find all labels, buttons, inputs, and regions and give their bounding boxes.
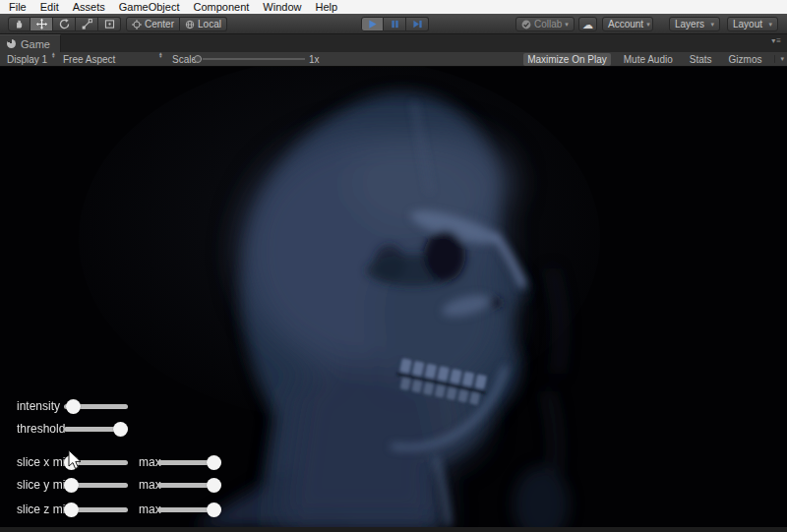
game-tab[interactable]: Game [0,34,61,52]
step-icon [412,19,423,30]
stats-toggle[interactable]: Stats [686,53,716,66]
move-tool-button[interactable] [30,17,53,31]
menu-component[interactable]: Component [186,0,256,14]
intensity-label: intensity [17,399,60,413]
playmode-controls [361,17,429,31]
intensity-slider-knob[interactable] [66,399,81,414]
rotate-icon [58,18,71,30]
layers-caret-icon: ▾ [710,21,714,29]
play-button[interactable] [361,17,384,31]
pivot-toggle-button[interactable]: Center [126,17,180,31]
account-label: Account [608,19,643,30]
menu-window[interactable]: Window [256,0,308,14]
panel-tab-bar: Game ▾≡ [0,34,787,52]
pause-button[interactable] [384,17,406,31]
slice-y-min-slider-knob[interactable] [64,478,79,493]
slice-z-max-slider-knob[interactable] [207,502,221,517]
layers-dropdown[interactable]: Layers ▾ [669,17,720,31]
tri-down-icon: ▼ [158,55,163,58]
globe-icon [185,20,195,30]
rotation-toggle-button[interactable]: Local [180,17,227,31]
menu-assets[interactable]: Assets [66,0,112,14]
threshold-slider-knob[interactable] [113,422,128,437]
menubar: FileEditAssetsGameObjectComponentWindowH… [0,0,787,14]
mouse-cursor-icon [68,449,84,471]
collab-group: Collab ▾ [515,17,575,31]
display-dropdown[interactable]: Display 1 [7,52,47,66]
play-icon [367,19,378,30]
slider-row-slice-z-min: slice z minmax [0,501,256,518]
tri-down-icon: ▼ [51,55,56,58]
scale-icon [81,18,93,30]
slice-y-max-slider-knob[interactable] [207,478,221,493]
display-dropdown-icon[interactable]: ▲ ▼ [51,52,56,66]
window-bottom-edge [0,527,787,532]
step-button[interactable] [406,17,429,31]
hand-tool-button[interactable] [8,17,30,31]
scale-value: 1x [309,52,320,66]
slice-x-max-slider-knob[interactable] [207,455,221,470]
cloud-icon: ☁ [582,20,593,30]
account-group: Account ▾ [602,17,653,31]
pivot-label: Center [145,19,174,30]
game-tab-icon [7,39,16,48]
menu-edit[interactable]: Edit [33,0,66,14]
pivot-rotation-group: Center Local [126,17,227,31]
hand-icon [13,18,26,30]
aspect-dropdown-icon[interactable]: ▲ ▼ [158,52,163,66]
account-dropdown[interactable]: Account ▾ [602,17,653,31]
collab-check-icon [521,20,531,30]
slice-z-min-slider-knob[interactable] [64,502,79,517]
rotate-tool-button[interactable] [53,17,76,31]
mute-audio-toggle[interactable]: Mute Audio [620,53,677,66]
slider-row-intensity: intensity [0,397,256,415]
layers-group: Layers ▾ [669,17,720,31]
layers-label: Layers [675,19,704,30]
collab-button[interactable]: Collab ▾ [515,17,575,31]
cloud-group: ☁ [578,17,597,31]
menu-file[interactable]: File [2,0,33,14]
slider-row-slice-y-min: slice y minmax [0,476,256,494]
maximize-on-play-toggle[interactable]: Maximize On Play [523,53,611,66]
game-view: intensitythresholdslice x minmaxslice y … [0,67,787,527]
pivot-icon [132,20,142,30]
slider-row-threshold: threshold [0,420,256,438]
transform-tools [8,17,121,31]
scale-tool-button[interactable] [76,17,98,31]
rect-tool-button[interactable] [98,17,121,31]
cloud-button[interactable]: ☁ [578,17,597,31]
game-control-bar: Display 1 ▲ ▼ Free Aspect ▲ ▼ Scale 1x M… [0,52,787,67]
layout-label: Layout [733,19,762,30]
collab-caret-icon: ▾ [565,21,569,29]
panel-menu-icon[interactable]: ▾≡ [771,36,782,45]
pause-icon [390,19,400,30]
menu-help[interactable]: Help [308,0,344,14]
scale-slider-track[interactable] [203,58,305,60]
rect-icon [103,18,116,30]
unity-toolbar: Center Local [0,14,787,34]
menu-gameobject[interactable]: GameObject [112,0,187,14]
layout-dropdown[interactable]: Layout ▾ [727,17,778,31]
gizmos-caret-icon[interactable]: ▾ [774,55,784,63]
scale-slider-knob[interactable] [194,55,202,63]
rotation-label: Local [198,19,221,30]
slider-row-slice-x-min: slice x minmax [0,453,256,471]
aspect-dropdown[interactable]: Free Aspect [63,52,115,66]
layout-caret-icon: ▾ [768,21,772,29]
account-caret-icon: ▾ [646,21,650,29]
gizmos-dropdown[interactable]: Gizmos [725,53,766,66]
game-tab-label: Game [21,38,50,50]
layout-group: Layout ▾ [727,17,778,31]
move-icon [35,18,48,30]
threshold-label: threshold [17,422,65,436]
game-view-toggles: Maximize On Play Mute Audio Stats Gizmos… [523,52,784,66]
collab-label: Collab [534,19,562,30]
